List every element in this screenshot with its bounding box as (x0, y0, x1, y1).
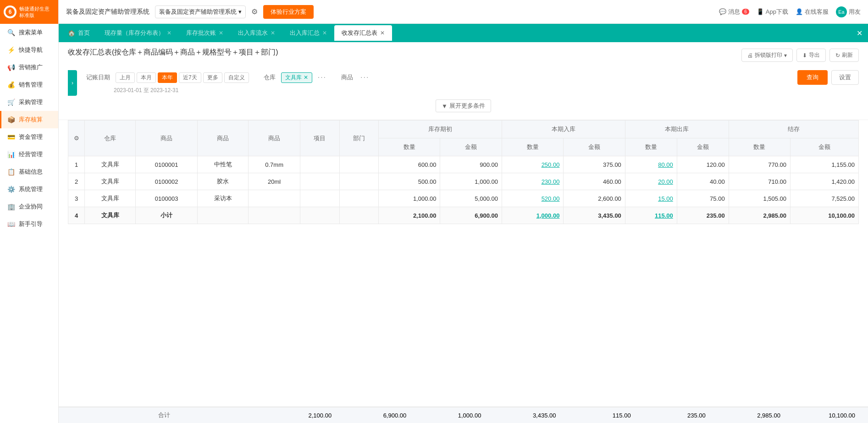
try-button[interactable]: 体验行业方案 (263, 5, 314, 19)
total-in-qty: 1,000.00 (410, 412, 485, 419)
top-header-actions: 💬 消息 6 📱 App下载 👤 在线客服 Ea 用友 (719, 6, 861, 17)
subtotal-in-qty[interactable]: 1,000.00 (502, 207, 563, 224)
query-button[interactable]: 查询 (797, 70, 828, 85)
cell-balance-amt: 7,525.00 (791, 190, 859, 207)
sidebar-item-label: 基础信息 (19, 168, 43, 176)
th-warehouse: 仓库 (85, 121, 136, 156)
sidebar-item-operations[interactable]: 📊 经营管理 (0, 146, 58, 163)
sidebar-item-quick-nav[interactable]: ⚡ 快捷导航 (0, 41, 58, 59)
newbie-icon: 📖 (7, 220, 15, 228)
cell-goods-name: 采访本 (197, 190, 248, 207)
sidebar: 6 畅捷通好生意 标准版 🔍 搜索菜单 ⚡ 快捷导航 📢 营销推广 💰 销售管理… (0, 0, 59, 423)
tab-close-icon[interactable]: ✕ (380, 30, 385, 36)
cell-in-qty[interactable]: 230.00 (502, 173, 563, 190)
th-group-balance: 结存 (729, 121, 858, 138)
th-goods-code: 商品 (136, 121, 197, 156)
user-label: 用友 (849, 8, 861, 16)
tab-close-icon[interactable]: ✕ (167, 30, 171, 36)
cell-out-qty[interactable]: 15.00 (625, 190, 677, 207)
page-right-actions: 🖨 拆锁版打印 ▾ ⬇ 导出 ↻ 刷新 (741, 49, 859, 62)
sidebar-item-label: 资金管理 (19, 133, 43, 141)
finance-icon: 💳 (7, 133, 15, 141)
subtotal-out-qty[interactable]: 115.00 (625, 207, 677, 224)
print-label: 拆锁版打印 (755, 51, 782, 59)
tab-label: 现存量（库存分布表） (105, 29, 164, 37)
cell-opening-qty: 1,000.00 (379, 190, 440, 207)
user-btn[interactable]: Ea 用友 (836, 6, 861, 17)
settings-icon-btn[interactable]: ⚙ (251, 7, 258, 16)
table-row: 3 文具库 0100003 采访本 1,000.00 5,000.00 520.… (68, 190, 859, 207)
warehouse-tag[interactable]: 文具库 ✕ (281, 72, 312, 83)
tab-in-out-flow[interactable]: 出入库流水 ✕ (231, 25, 282, 41)
th-in-amt: 金额 (564, 138, 625, 156)
warehouse-more-btn[interactable]: ··· (318, 73, 326, 82)
tab-inventory-distribution[interactable]: 现存量（库存分布表） ✕ (97, 25, 179, 41)
system-selector[interactable]: 装备及固定资产辅助管理系统 ▾ (155, 5, 246, 18)
cell-in-qty[interactable]: 250.00 (502, 156, 563, 173)
date-btn-last-month[interactable]: 上月 (116, 72, 135, 83)
th-in-qty: 数量 (502, 138, 563, 156)
sidebar-item-search[interactable]: 🔍 搜索菜单 (0, 24, 58, 41)
date-btn-7days[interactable]: 近7天 (179, 72, 201, 83)
tab-receipt-summary[interactable]: 收发存汇总表 ✕ (334, 25, 392, 41)
tab-bar-close-btn[interactable]: ✕ (853, 25, 866, 41)
filter-content: 记账日期 上月 本月 本年 近7天 更多 自定义 仓库 文 (86, 70, 859, 94)
cell-in-qty[interactable]: 520.00 (502, 190, 563, 207)
th-group-out: 本期出库 (625, 121, 729, 138)
sidebar-item-sales[interactable]: 💰 销售管理 (0, 76, 58, 93)
print-btn[interactable]: 🖨 拆锁版打印 ▾ (741, 49, 793, 62)
sales-icon: 💰 (7, 81, 15, 89)
subtotal-warehouse: 文具库 (85, 207, 136, 224)
total-out-amt: 235.00 (635, 412, 709, 419)
sidebar-item-label: 经营管理 (19, 150, 43, 159)
sidebar-item-label: 销售管理 (19, 81, 43, 89)
date-btn-custom[interactable]: 自定义 (224, 72, 249, 83)
cell-opening-amt: 1,000.00 (440, 173, 502, 190)
sidebar-item-enterprise[interactable]: 🏢 企业协同 (0, 198, 58, 215)
date-range-display: 2023-01-01 至 2023-12-31 (114, 87, 859, 94)
tab-in-out-summary[interactable]: 出入库汇总 ✕ (282, 25, 334, 41)
tab-close-icon[interactable]: ✕ (322, 30, 327, 36)
setting-button[interactable]: 设置 (831, 70, 859, 85)
cell-department (339, 156, 379, 173)
online-service-btn[interactable]: 👤 在线客服 (796, 8, 829, 16)
page-content: 收发存汇总表(按仓库＋商品编码＋商品＋规格型号＋项目＋部门) 🖨 拆锁版打印 ▾… (59, 42, 868, 423)
purchase-icon: 🛒 (7, 98, 15, 106)
sidebar-item-inventory[interactable]: 📦 库存核算 (0, 111, 58, 128)
app-logo-inner: 6 (6, 7, 15, 16)
tab-home[interactable]: 🏠 首页 (61, 25, 97, 41)
online-service-label: 在线客服 (805, 8, 829, 16)
sidebar-item-label: 库存核算 (19, 115, 43, 124)
refresh-icon: ↻ (835, 52, 840, 59)
tab-close-icon[interactable]: ✕ (271, 30, 275, 36)
date-btn-more[interactable]: 更多 (203, 72, 222, 83)
tab-batch-ledger[interactable]: 库存批次账 ✕ (179, 25, 231, 41)
sidebar-item-newbie[interactable]: 📖 新手引导 (0, 215, 58, 233)
sidebar-item-marketing[interactable]: 📢 营销推广 (0, 59, 58, 76)
sidebar-item-basic-info[interactable]: 📋 基础信息 (0, 163, 58, 181)
message-btn[interactable]: 💬 消息 6 (719, 8, 749, 16)
total-label: 合计 (68, 411, 260, 419)
refresh-btn[interactable]: ↻ 刷新 (829, 49, 859, 62)
filter-toggle-btn[interactable]: › (68, 70, 77, 96)
sidebar-item-system[interactable]: ⚙️ 系统管理 (0, 181, 58, 198)
date-btn-this-month[interactable]: 本月 (137, 72, 156, 83)
sidebar-item-purchase[interactable]: 🛒 采购管理 (0, 93, 58, 111)
warehouse-tag-label: 文具库 (285, 74, 302, 82)
cell-out-qty[interactable]: 80.00 (625, 156, 677, 173)
cell-goods-spec (249, 190, 300, 207)
app-download-btn[interactable]: 📱 App下载 (757, 8, 788, 16)
table-row: 1 文具库 0100001 中性笔 0.7mm 600.00 900.00 25… (68, 156, 859, 173)
export-btn[interactable]: ⬇ 导出 (796, 49, 826, 62)
mobile-icon: 📱 (757, 8, 764, 15)
expand-more-btn[interactable]: ▼ 展开更多条件 (436, 99, 491, 112)
goods-more-btn[interactable]: ··· (360, 73, 369, 82)
cell-out-qty[interactable]: 20.00 (625, 173, 677, 190)
date-btn-this-year[interactable]: 本年 (158, 72, 177, 83)
sidebar-item-finance[interactable]: 💳 资金管理 (0, 128, 58, 146)
cell-out-amt: 40.00 (677, 173, 729, 190)
warehouse-remove-icon[interactable]: ✕ (304, 74, 308, 81)
subtotal-balance-qty: 2,985.00 (729, 207, 790, 224)
cell-warehouse: 文具库 (85, 156, 136, 173)
tab-close-icon[interactable]: ✕ (219, 30, 223, 36)
